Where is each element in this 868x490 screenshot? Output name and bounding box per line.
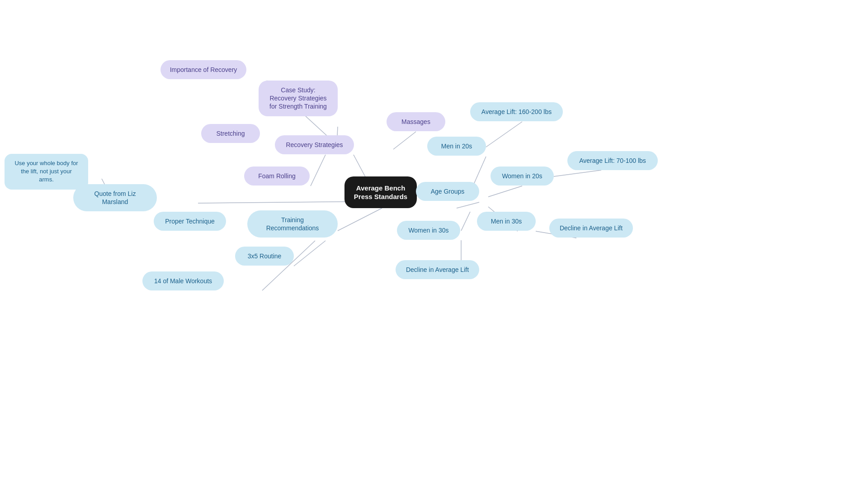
quote-from-liz-node[interactable]: Quote from Liz Marsland — [73, 184, 157, 211]
foam-rolling-node[interactable]: Foam Rolling — [244, 167, 310, 186]
svg-line-10 — [294, 241, 326, 266]
svg-line-6 — [393, 132, 416, 149]
svg-line-18 — [554, 170, 601, 176]
decline-women-30s-node[interactable]: Decline in Average Lift — [396, 260, 479, 279]
men-in-30s-node[interactable]: Men in 30s — [477, 212, 536, 231]
svg-line-16 — [461, 212, 470, 231]
svg-line-8 — [311, 155, 326, 186]
center-node[interactable]: Average Bench Press Standards — [344, 176, 417, 208]
women-in-30s-node[interactable]: Women in 30s — [397, 221, 460, 240]
svg-line-1 — [338, 208, 382, 231]
avg-lift-160-200-node[interactable]: Average Lift: 160-200 lbs — [470, 102, 563, 121]
importance-of-recovery-node[interactable]: Importance of Recovery — [160, 60, 246, 79]
age-groups-node[interactable]: Age Groups — [416, 182, 479, 201]
svg-line-2 — [457, 202, 479, 208]
men-in-20s-node[interactable]: Men in 20s — [427, 137, 486, 156]
proper-technique-node[interactable]: Proper Technique — [154, 212, 226, 231]
case-study-node[interactable]: Case Study: Recovery Strategies for Stre… — [259, 81, 338, 116]
training-recommendations-node[interactable]: Training Recommendations — [247, 210, 338, 238]
stretching-node[interactable]: Stretching — [201, 124, 260, 143]
massages-node[interactable]: Massages — [387, 112, 445, 131]
women-in-20s-node[interactable]: Women in 20s — [491, 167, 554, 186]
male-workouts-node[interactable]: 14 of Male Workouts — [142, 271, 224, 290]
routine-3x5-node[interactable]: 3x5 Routine — [235, 247, 294, 266]
decline-men-30s-node[interactable]: Decline in Average Lift — [549, 219, 633, 238]
svg-line-14 — [488, 186, 522, 197]
svg-line-17 — [486, 122, 522, 147]
mind-map-connections — [0, 0, 868, 490]
recovery-strategies-node[interactable]: Recovery Strategies — [275, 135, 354, 154]
avg-lift-70-100-node[interactable]: Average Lift: 70-100 lbs — [567, 151, 658, 170]
use-whole-body-node: Use your whole body for the lift, not ju… — [5, 154, 88, 190]
